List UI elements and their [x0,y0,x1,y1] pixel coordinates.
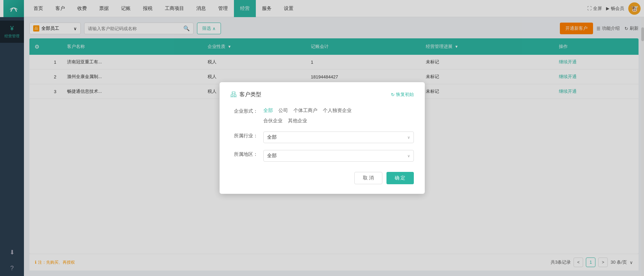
region-label: 所属地区： [231,150,258,158]
dialog-header: 品 客户类型 ↻ 恢复初始 [231,90,414,99]
confirm-button[interactable]: 确 定 [386,172,414,184]
industry-label: 所属行业： [231,131,258,139]
region-row: 所属地区： 全部 ∨ [231,150,414,162]
filter-dialog: 品 客户类型 ↻ 恢复初始 企业形式： 全部公司个体工商户个人独资企业合伙企业其… [220,82,425,194]
industry-row: 所属行业： 全部 ∨ [231,131,414,143]
enterprise-row: 企业形式： 全部公司个体工商户个人独资企业合伙企业其他企业 [231,107,414,125]
region-select[interactable]: 全部 ∨ [263,150,414,162]
region-chevron-icon: ∨ [407,154,410,158]
enterprise-option-all[interactable]: 全部 [263,107,273,114]
enterprise-options: 全部公司个体工商户个人独资企业合伙企业其他企业 [263,107,414,125]
enterprise-option-company[interactable]: 公司 [278,107,288,114]
overlay: 品 客户类型 ↻ 恢复初始 企业形式： 全部公司个体工商户个人独资企业合伙企业其… [0,0,644,276]
dialog-title: 品 客户类型 [231,90,261,99]
dialog-footer: 取 消 确 定 [231,172,414,184]
enterprise-label: 企业形式： [231,107,258,114]
region-value: 全部 [267,153,277,159]
industry-value: 全部 [267,134,277,140]
reset-icon: ↻ [391,92,395,97]
reset-link[interactable]: ↻ 恢复初始 [391,91,414,98]
cancel-button[interactable]: 取 消 [354,172,382,184]
enterprise-option-sole[interactable]: 个人独资企业 [323,107,352,114]
enterprise-option-other[interactable]: 其他企业 [288,117,307,125]
industry-chevron-icon: ∨ [407,135,410,140]
dialog-title-text: 客户类型 [239,91,261,98]
industry-select[interactable]: 全部 ∨ [263,131,414,143]
enterprise-option-individual[interactable]: 个体工商户 [293,107,317,114]
reset-label: 恢复初始 [396,91,414,98]
enterprise-option-partnership[interactable]: 合伙企业 [263,117,282,125]
dialog-title-icon: 品 [231,90,237,99]
